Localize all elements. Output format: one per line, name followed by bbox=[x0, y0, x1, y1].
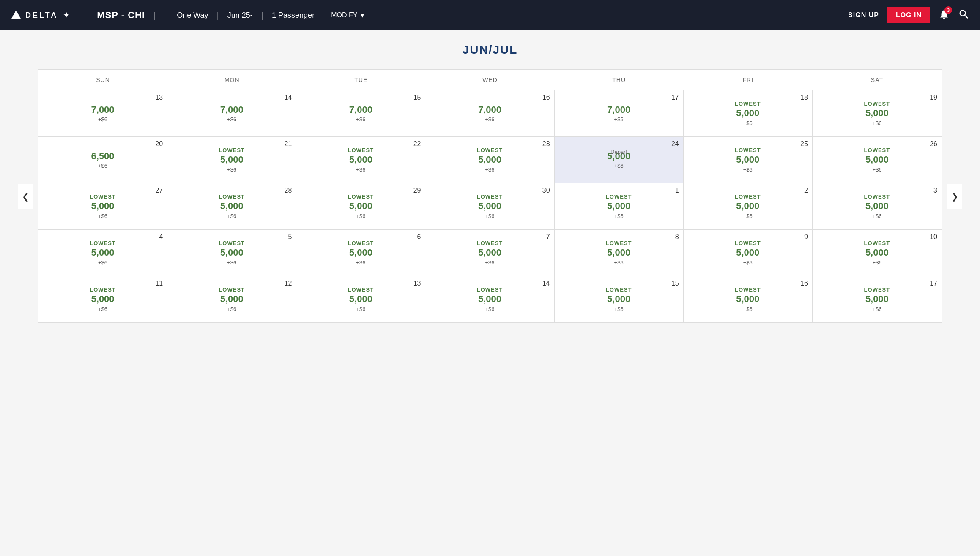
calendar-cell[interactable]: 19LOWEST5,000+$6 bbox=[813, 90, 942, 137]
chevron-down-icon: ▾ bbox=[361, 11, 364, 19]
cell-price: +$6 bbox=[614, 306, 624, 312]
calendar-cell[interactable]: 28LOWEST5,000+$6 bbox=[167, 183, 296, 230]
trip-type: One Way bbox=[177, 11, 208, 20]
cell-lowest-label: LOWEST bbox=[606, 194, 632, 200]
calendar-cell[interactable]: 15LOWEST5,000+$6 bbox=[555, 276, 684, 323]
calendar-cell[interactable]: 2LOWEST5,000+$6 bbox=[684, 183, 813, 230]
prev-month-button[interactable]: ❮ bbox=[18, 184, 33, 209]
cell-points: 5,000 bbox=[349, 201, 372, 212]
modify-button[interactable]: MODIFY ▾ bbox=[323, 8, 372, 23]
cell-price: +$6 bbox=[743, 213, 753, 219]
cell-points: 7,000 bbox=[478, 104, 501, 115]
cell-price: +$6 bbox=[356, 259, 365, 266]
cell-price: +$6 bbox=[485, 259, 494, 266]
signup-link[interactable]: SIGN UP bbox=[848, 11, 879, 19]
calendar-cell[interactable]: 7LOWEST5,000+$6 bbox=[425, 230, 554, 276]
calendar-cell[interactable]: 23LOWEST5,000+$6 bbox=[425, 137, 554, 183]
cell-price: +$6 bbox=[743, 120, 753, 126]
cell-price: +$6 bbox=[743, 259, 753, 266]
cell-price: +$6 bbox=[356, 306, 365, 312]
depart-label: Depart bbox=[555, 149, 683, 155]
cell-date-number: 15 bbox=[671, 280, 679, 287]
cell-points: 5,000 bbox=[220, 154, 244, 165]
cell-points: 5,000 bbox=[349, 154, 372, 165]
cell-date-number: 22 bbox=[413, 140, 421, 148]
cell-lowest-label: LOWEST bbox=[90, 194, 116, 200]
calendar-cell[interactable]: 14LOWEST5,000+$6 bbox=[425, 276, 554, 323]
calendar-cell[interactable]: 137,000+$6 bbox=[38, 90, 167, 137]
cell-points: 7,000 bbox=[91, 104, 115, 115]
cell-price: +$6 bbox=[98, 163, 107, 169]
cell-price: +$6 bbox=[872, 120, 881, 126]
header-divider-1 bbox=[88, 7, 88, 24]
calendar-cell[interactable]: 17LOWEST5,000+$6 bbox=[813, 276, 942, 323]
cell-price: +$6 bbox=[356, 116, 365, 123]
cell-date-number: 8 bbox=[675, 233, 679, 241]
cell-points: 5,000 bbox=[865, 154, 889, 165]
app-header: DELTA ✦ MSP - CHI | One Way | Jun 25- | … bbox=[0, 0, 980, 30]
cell-price: +$6 bbox=[356, 213, 365, 219]
calendar-cell[interactable]: 177,000+$6 bbox=[555, 90, 684, 137]
cell-price: +$6 bbox=[485, 166, 494, 173]
calendar-cell[interactable]: 21LOWEST5,000+$6 bbox=[167, 137, 296, 183]
cell-date-number: 7 bbox=[546, 233, 550, 241]
cell-lowest-label: LOWEST bbox=[864, 240, 890, 246]
cell-price: +$6 bbox=[485, 213, 494, 219]
calendar-cell[interactable]: 4LOWEST5,000+$6 bbox=[38, 230, 167, 276]
cell-price: +$6 bbox=[872, 213, 881, 219]
calendar-cell[interactable]: 11LOWEST5,000+$6 bbox=[38, 276, 167, 323]
calendar-cell[interactable]: 167,000+$6 bbox=[425, 90, 554, 137]
route-display: MSP - CHI bbox=[97, 10, 145, 21]
calendar-cell[interactable]: 9LOWEST5,000+$6 bbox=[684, 230, 813, 276]
calendar-cell[interactable]: 1LOWEST5,000+$6 bbox=[555, 183, 684, 230]
cell-lowest-label: LOWEST bbox=[219, 147, 245, 153]
day-headers-row: SUNMONTUEWEDTHUFRISAT bbox=[38, 70, 942, 90]
calendar-cell[interactable]: 30LOWEST5,000+$6 bbox=[425, 183, 554, 230]
cell-price: +$6 bbox=[614, 116, 624, 123]
cell-date-number: 9 bbox=[804, 233, 808, 241]
cell-lowest-label: LOWEST bbox=[348, 194, 374, 200]
calendar-cell[interactable]: 22LOWEST5,000+$6 bbox=[296, 137, 425, 183]
cell-lowest-label: LOWEST bbox=[864, 147, 890, 153]
calendar-cell[interactable]: 13LOWEST5,000+$6 bbox=[296, 276, 425, 323]
calendar-cell[interactable]: 206,500+$6 bbox=[38, 137, 167, 183]
cell-date-number: 13 bbox=[413, 280, 421, 287]
calendar-cell[interactable]: 18LOWEST5,000+$6 bbox=[684, 90, 813, 137]
calendar-cell[interactable]: 3LOWEST5,000+$6 bbox=[813, 183, 942, 230]
calendar-cell[interactable]: 24Depart5,000+$6 bbox=[555, 137, 684, 183]
cell-lowest-label: LOWEST bbox=[735, 194, 761, 200]
cell-points: 5,000 bbox=[220, 247, 244, 258]
search-button[interactable] bbox=[958, 8, 970, 22]
next-month-button[interactable]: ❯ bbox=[947, 184, 962, 209]
calendar-cell[interactable]: 25LOWEST5,000+$6 bbox=[684, 137, 813, 183]
calendar-cell[interactable]: 147,000+$6 bbox=[167, 90, 296, 137]
cell-points: 5,000 bbox=[91, 247, 115, 258]
cell-lowest-label: LOWEST bbox=[864, 194, 890, 200]
cell-price: +$6 bbox=[614, 259, 624, 266]
cell-lowest-label: LOWEST bbox=[219, 194, 245, 200]
cell-lowest-label: LOWEST bbox=[477, 194, 503, 200]
calendar-cell[interactable]: 10LOWEST5,000+$6 bbox=[813, 230, 942, 276]
login-button[interactable]: LOG IN bbox=[887, 7, 930, 23]
calendar-cell[interactable]: 8LOWEST5,000+$6 bbox=[555, 230, 684, 276]
calendar-cell[interactable]: 6LOWEST5,000+$6 bbox=[296, 230, 425, 276]
cell-price: +$6 bbox=[614, 213, 624, 219]
calendar-cell[interactable]: 5LOWEST5,000+$6 bbox=[167, 230, 296, 276]
cell-points: 6,500 bbox=[91, 151, 115, 162]
day-header-sun: SUN bbox=[38, 70, 167, 90]
cell-points: 5,000 bbox=[736, 201, 759, 212]
cell-date-number: 17 bbox=[671, 94, 679, 101]
cell-points: 5,000 bbox=[736, 108, 759, 119]
cell-date-number: 6 bbox=[417, 233, 421, 241]
calendar-cell[interactable]: 29LOWEST5,000+$6 bbox=[296, 183, 425, 230]
calendar-cell[interactable]: 16LOWEST5,000+$6 bbox=[684, 276, 813, 323]
cell-price: +$6 bbox=[614, 163, 624, 169]
calendar-cell[interactable]: 12LOWEST5,000+$6 bbox=[167, 276, 296, 323]
calendar-cell[interactable]: 26LOWEST5,000+$6 bbox=[813, 137, 942, 183]
notifications-bell[interactable]: 3 bbox=[939, 9, 950, 22]
calendar-cell[interactable]: 27LOWEST5,000+$6 bbox=[38, 183, 167, 230]
cell-lowest-label: LOWEST bbox=[477, 286, 503, 293]
cell-points: 7,000 bbox=[220, 104, 244, 115]
calendar-cell[interactable]: 157,000+$6 bbox=[296, 90, 425, 137]
cell-lowest-label: LOWEST bbox=[735, 101, 761, 107]
